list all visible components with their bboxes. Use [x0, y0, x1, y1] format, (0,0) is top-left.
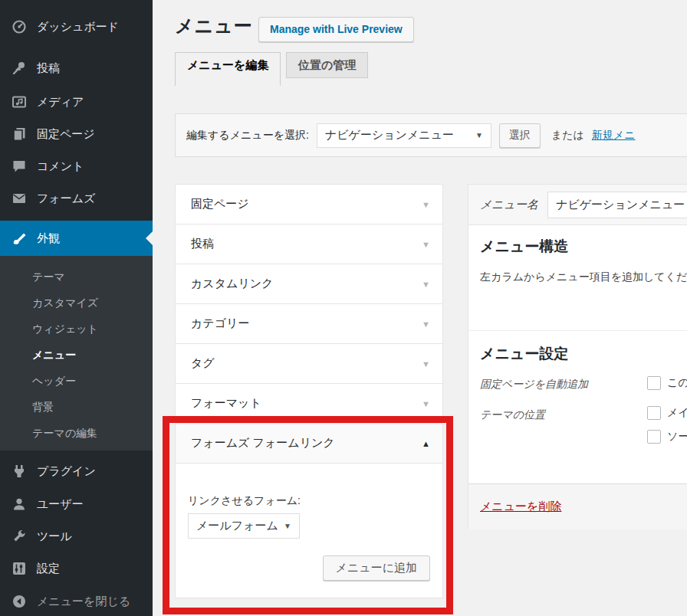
sidebar-item-label: 設定 — [37, 562, 60, 576]
form-select-value: メールフォーム — [196, 519, 278, 533]
menu-select-value: ナビゲーションメニュー — [325, 128, 454, 143]
chevron-down-icon: ▼ — [422, 399, 430, 408]
sidebar-item-label: プラグイン — [37, 464, 96, 479]
menu-structure-hint: 左カラムからメニュー項目を追加してくださ — [480, 270, 687, 284]
panel-forms-form-link[interactable]: フォームズ フォームリンク ▲ — [175, 423, 443, 464]
panel-title: 固定ページ — [191, 197, 249, 211]
panel-categories[interactable]: カテゴリー ▼ — [175, 303, 443, 344]
paintbrush-icon — [11, 230, 28, 247]
panel-title: 投稿 — [191, 237, 214, 251]
sidebar-item-label: メディア — [37, 95, 84, 110]
chevron-down-icon: ▼ — [422, 280, 430, 289]
menu-editor-column: メニュー名 メニュー構造 左カラムからメニュー項目を追加してくださ メニュー設定… — [468, 184, 687, 529]
appearance-submenu: テーマ カスタマイズ ウィジェット メニュー ヘッダー 背景 テーマの編集 — [0, 256, 153, 451]
sidebar-item-label: メニューを閉じる — [37, 595, 130, 609]
submenu-item-background[interactable]: 背景 — [0, 394, 153, 420]
chevron-down-icon: ▼ — [422, 200, 430, 209]
sidebar-item-plugins[interactable]: プラグイン — [0, 455, 153, 487]
sidebar-item-pages[interactable]: 固定ページ — [0, 118, 153, 150]
chevron-down-icon: ▼ — [422, 240, 430, 249]
or-text: または — [551, 129, 584, 143]
submenu-item-menus[interactable]: メニュー — [0, 342, 153, 368]
chevron-up-icon: ▲ — [422, 439, 430, 448]
tab-edit-menus[interactable]: メニューを編集 — [175, 52, 281, 86]
auto-add-pages-label: 固定ページを自動追加 — [480, 378, 588, 392]
main-content: メニュー Manage with Live Preview メニューを編集 位置… — [153, 0, 687, 616]
panel-pages[interactable]: 固定ページ ▼ — [175, 184, 443, 224]
location-social-checkbox[interactable] — [647, 430, 661, 444]
editor-footer: メニューを削除 — [468, 483, 687, 529]
chevron-down-icon: ▼ — [422, 359, 430, 369]
submenu-item-themes[interactable]: テーマ — [0, 264, 153, 290]
sidebar-item-media[interactable]: メディア — [0, 86, 153, 118]
sidebar-item-label: ツール — [37, 529, 72, 544]
add-menu-items-column: 固定ページ ▼ 投稿 ▼ カスタムリンク ▼ カテゴリー ▼ タグ ▼ フォーマ… — [175, 184, 443, 598]
plug-icon — [11, 463, 28, 480]
select-button[interactable]: 選択 — [499, 123, 541, 148]
envelope-icon — [11, 190, 28, 207]
wrench-icon — [11, 528, 28, 545]
panel-title: カテゴリー — [191, 316, 249, 331]
create-new-menu-link[interactable]: 新規メニ — [592, 129, 636, 143]
sidebar-item-label: 投稿 — [37, 61, 60, 76]
location-social-option: ソー — [647, 430, 687, 444]
form-select-label: リンクさせるフォーム: — [188, 494, 430, 508]
sidebar-item-tools[interactable]: ツール — [0, 520, 153, 552]
location-main-option: メイ — [647, 406, 687, 420]
sidebar-collapse-menu[interactable]: メニューを閉じる — [0, 585, 153, 616]
tab-manage-locations[interactable]: 位置の管理 — [286, 52, 368, 78]
sidebar-item-label: ユーザー — [37, 497, 84, 512]
sidebar-item-forms[interactable]: フォームズ — [0, 182, 153, 215]
sidebar-item-comments[interactable]: コメント — [0, 150, 153, 182]
menu-select-label: 編集するメニューを選択: — [186, 129, 309, 143]
sidebar-item-label: コメント — [37, 159, 84, 174]
user-icon — [11, 496, 28, 513]
panel-title: タグ — [191, 356, 215, 371]
live-preview-button[interactable]: Manage with Live Preview — [258, 17, 414, 42]
forms-panel-body: リンクさせるフォーム: メールフォーム ▼ メニューに追加 — [175, 463, 443, 598]
chevron-down-icon: ▼ — [475, 131, 483, 139]
submenu-item-header[interactable]: ヘッダー — [0, 368, 153, 394]
menu-name-row: メニュー名 — [468, 185, 687, 225]
location-main-checkbox[interactable] — [647, 406, 661, 420]
dashboard-icon — [11, 18, 28, 35]
sidebar-item-label: 外観 — [37, 231, 60, 246]
theme-location-label: テーマの位置 — [480, 408, 545, 422]
add-to-menu-button[interactable]: メニューに追加 — [323, 555, 430, 581]
form-select-dropdown[interactable]: メールフォーム ▼ — [188, 513, 300, 539]
chevron-down-icon: ▼ — [284, 522, 291, 530]
sidebar-item-appearance[interactable]: 外観 — [0, 221, 153, 256]
submenu-item-customize[interactable]: カスタマイズ — [0, 290, 153, 316]
panel-custom-links[interactable]: カスタムリンク ▼ — [175, 264, 443, 304]
auto-add-checkbox[interactable] — [647, 376, 661, 390]
chevron-down-icon: ▼ — [422, 319, 430, 329]
menu-name-input[interactable] — [547, 192, 687, 218]
menu-select-bar: 編集するメニューを選択: ナビゲーションメニュー ▼ 選択 または 新規メニ — [175, 113, 687, 157]
sidebar-item-label: フォームズ — [37, 192, 95, 206]
menu-structure-heading: メニュー構造 — [480, 237, 568, 257]
panel-title: フォームズ フォームリンク — [191, 436, 335, 451]
panel-tags[interactable]: タグ ▼ — [175, 343, 443, 384]
menu-settings-heading: メニュー設定 — [480, 344, 568, 364]
sidebar-item-posts[interactable]: 投稿 — [0, 52, 153, 84]
delete-menu-link[interactable]: メニューを削除 — [480, 500, 561, 514]
pin-icon — [11, 60, 28, 77]
comment-icon — [11, 158, 28, 175]
panel-posts[interactable]: 投稿 ▼ — [175, 224, 443, 264]
media-icon — [11, 93, 28, 110]
sidebar-item-users[interactable]: ユーザー — [0, 488, 153, 520]
checkbox-label: ソー — [667, 430, 687, 444]
sliders-icon — [11, 560, 28, 577]
panel-title: フォーマット — [191, 396, 261, 411]
admin-sidebar: ダッシュボード 投稿 メディア 固定ページ コメント — [0, 0, 153, 616]
checkbox-label: この — [667, 376, 687, 390]
pages-icon — [11, 126, 28, 143]
submenu-item-editor[interactable]: テーマの編集 — [0, 420, 153, 446]
submenu-item-widgets[interactable]: ウィジェット — [0, 316, 153, 342]
panel-formats[interactable]: フォーマット ▼ — [175, 383, 443, 424]
sidebar-item-dashboard[interactable]: ダッシュボード — [0, 11, 153, 43]
menu-select-dropdown[interactable]: ナビゲーションメニュー ▼ — [317, 123, 491, 148]
auto-add-pages-option: この — [647, 376, 687, 390]
wordpress-admin-menus-page: ダッシュボード 投稿 メディア 固定ページ コメント — [0, 0, 687, 616]
sidebar-item-settings[interactable]: 設定 — [0, 552, 153, 585]
